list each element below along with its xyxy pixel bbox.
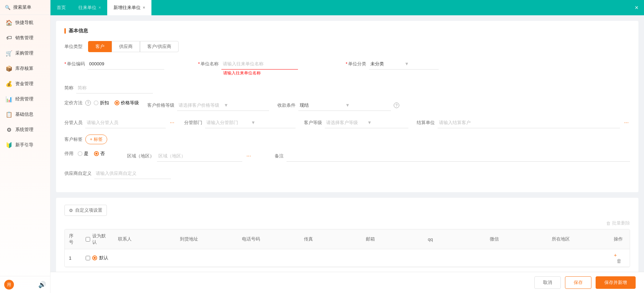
td-region[interactable] [548, 249, 610, 267]
pricing-level-radio[interactable]: 价格等级 [115, 100, 139, 106]
settlement-unit-label: 结算单位 [417, 120, 435, 126]
unit-name-inner: *单位名称 [198, 58, 337, 70]
pricing-discount-label: 折扣 [100, 100, 109, 106]
fax-input[interactable] [304, 252, 358, 263]
save-button[interactable]: 保存 [565, 276, 591, 289]
sidebar-item-basic[interactable]: 📋 基础信息 [0, 107, 50, 122]
custom-settings-button[interactable]: ⚙ 自定义项设置 [64, 205, 107, 216]
tab-new-counterparty-close[interactable]: × [143, 5, 145, 10]
th-action: 操作 [610, 229, 630, 249]
sidebar-item-quick-nav[interactable]: 🏠 快捷导航 [0, 15, 50, 30]
type-btn-supplier[interactable]: 供应商 [112, 41, 140, 52]
row-checkbox[interactable] [86, 256, 90, 260]
short-name-input[interactable] [76, 82, 153, 93]
th-email: 邮箱 [362, 229, 424, 249]
delete-row-button[interactable]: 🗑 [616, 258, 622, 264]
unit-code-group: *单位编码 [64, 58, 190, 70]
td-contact[interactable] [114, 249, 176, 267]
unit-category-select[interactable]: 未分类 ▼ [369, 58, 439, 70]
sidebar-item-operations[interactable]: 📊 经营管理 [0, 91, 50, 107]
close-all-tabs-button[interactable]: × [635, 4, 638, 11]
supplier-custom-row: 供应商自定义 [64, 168, 630, 179]
contact-input[interactable] [118, 252, 172, 263]
td-phone[interactable] [238, 249, 300, 267]
select-all-checkbox[interactable] [86, 237, 90, 242]
remark-input[interactable] [286, 150, 630, 162]
customer-price-select[interactable]: 请选择客户价格等级 ▼ [177, 100, 269, 111]
sidebar-item-sales[interactable]: 🏷 销售管理 [0, 30, 50, 46]
type-btn-customer[interactable]: 客户 [88, 41, 112, 52]
tab-home[interactable]: 首页 [50, 0, 72, 15]
sidebar-item-system[interactable]: ⚙ 系统管理 [0, 122, 50, 137]
pricing-help-icon[interactable]: ? [85, 100, 91, 106]
default-radio[interactable] [92, 255, 97, 260]
td-wechat[interactable] [486, 249, 548, 267]
table-row: 1 默认 [65, 249, 630, 267]
unit-code-label: *单位编码 [64, 61, 85, 67]
pricing-row: 定价方法 ? 折扣 价格等级 客户价格等级 [64, 100, 630, 111]
price-level-chevron-icon: ▼ [224, 103, 268, 108]
region-more-icon[interactable]: ··· [245, 153, 252, 159]
add-row-button[interactable]: + [614, 252, 617, 258]
settlement-more-icon[interactable]: ··· [623, 120, 630, 126]
short-name-label: 简称 [64, 85, 73, 91]
sidebar-item-guide[interactable]: 🔰 新手引导 [0, 137, 50, 153]
qq-input[interactable] [428, 252, 481, 263]
pricing-discount-radio[interactable]: 折扣 [94, 100, 109, 106]
sidebar-item-finance[interactable]: 💰 资金管理 [0, 76, 50, 91]
email-input[interactable] [366, 252, 419, 263]
add-tag-button[interactable]: + 标签 [85, 135, 107, 144]
manager-more-icon[interactable]: ··· [168, 120, 176, 126]
wechat-input[interactable] [490, 252, 543, 263]
sidebar-item-inventory[interactable]: 📦 库存核算 [0, 61, 50, 76]
customer-level-group: 客户等级 请选择客户等级 ▼ [304, 117, 408, 128]
pricing-radio-group: 折扣 价格等级 [94, 100, 139, 106]
sidebar: 🔍 搜索菜单 🏠 快捷导航 🏷 销售管理 🛒 采购管理 📦 库存核算 💰 资金管… [0, 0, 50, 293]
sidebar-label-operations: 经营管理 [15, 96, 33, 102]
unit-name-error: 请输入往来单位名称 [223, 70, 337, 76]
tab-counterparty[interactable]: 往来单位 × [72, 0, 107, 15]
disabled-group: 停用 是 否 [64, 150, 105, 157]
payment-condition-select[interactable]: 现结 ▼ [298, 100, 391, 111]
department-label: 分管部门 [184, 120, 202, 126]
unit-name-input[interactable] [221, 58, 298, 70]
search-menu[interactable]: 🔍 搜索菜单 [0, 0, 50, 15]
address-input[interactable] [180, 252, 234, 263]
department-chevron-icon: ▼ [251, 120, 294, 125]
batch-delete-label: 批量删除 [612, 220, 630, 226]
department-select[interactable]: 请输入分管部门 ▼ [205, 117, 296, 128]
tab-counterparty-close[interactable]: × [99, 5, 101, 10]
customer-level-select[interactable]: 请选择客户等级 ▼ [325, 117, 408, 128]
basic-icon: 📋 [6, 111, 13, 118]
disabled-yes-label: 是 [84, 150, 88, 157]
sidebar-item-purchase[interactable]: 🛒 采购管理 [0, 46, 50, 61]
batch-delete-button[interactable]: 🗑 批量删除 [606, 220, 630, 226]
type-btn-both[interactable]: 客户/供应商 [140, 41, 179, 52]
default-label: 默认 [99, 255, 108, 261]
disabled-no-label: 否 [100, 150, 105, 157]
manager-input[interactable] [85, 117, 166, 128]
short-name-group: 简称 [64, 82, 153, 93]
save-and-new-button[interactable]: 保存并新增 [596, 276, 636, 289]
td-email[interactable] [362, 249, 424, 267]
gear-icon: ⚙ [6, 126, 13, 133]
section-title-text: 基本信息 [69, 28, 88, 34]
supplier-custom-input[interactable] [94, 168, 171, 179]
payment-help-icon[interactable]: ? [394, 103, 399, 108]
phone-input[interactable] [242, 252, 296, 263]
add-tag-label: + 标签 [90, 136, 103, 143]
row-region-input[interactable] [552, 252, 605, 263]
unit-code-input[interactable] [88, 58, 164, 70]
settlement-unit-input[interactable] [438, 117, 620, 128]
td-qq[interactable] [424, 249, 486, 267]
cancel-button[interactable]: 取消 [534, 276, 561, 289]
td-address[interactable] [176, 249, 238, 267]
supplier-custom-group: 供应商自定义 [64, 168, 171, 179]
th-address: 到货地址 [176, 229, 238, 249]
disabled-no-radio[interactable]: 否 [94, 150, 105, 157]
region-input[interactable] [157, 150, 242, 162]
td-fax[interactable] [300, 249, 362, 267]
tab-new-counterparty[interactable]: 新增往来单位 × [107, 0, 151, 15]
disabled-yes-radio[interactable]: 是 [78, 150, 88, 157]
sidebar-label-quick-nav: 快捷导航 [15, 19, 33, 26]
